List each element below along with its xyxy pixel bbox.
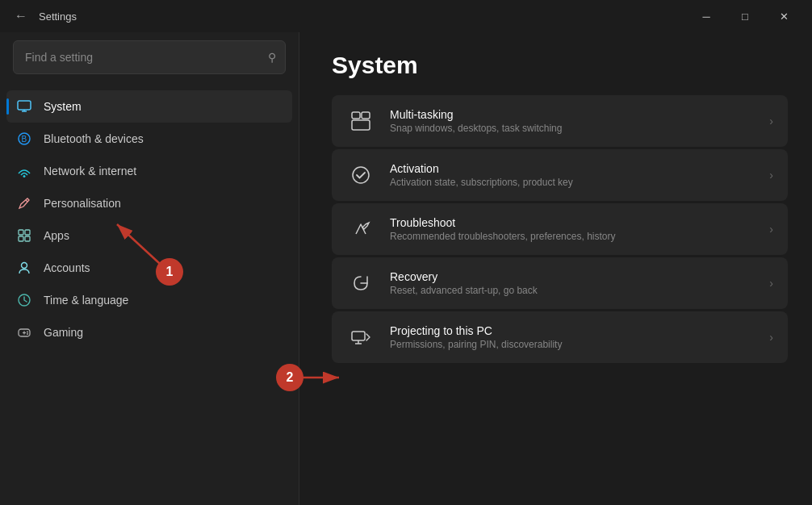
troubleshoot-text: Troubleshoot Recommended troubleshooters…	[390, 216, 755, 242]
app-title: Settings	[39, 10, 681, 23]
sidebar-item-system[interactable]: System	[6, 90, 292, 123]
settings-item-projecting[interactable]: Projecting to this PC Permissions, pairi…	[332, 311, 788, 363]
svg-rect-10	[25, 236, 30, 241]
svg-point-21	[353, 167, 369, 183]
sidebar-item-label-time: Time & language	[44, 294, 283, 307]
svg-rect-7	[19, 230, 23, 235]
projecting-title: Projecting to this PC	[390, 324, 755, 337]
back-button[interactable]: ←	[10, 5, 32, 27]
settings-item-multitasking[interactable]: Multi-tasking Snap windows, desktops, ta…	[332, 95, 788, 147]
personalisation-icon	[16, 195, 32, 211]
multitasking-icon	[346, 106, 375, 136]
recovery-chevron: ›	[769, 277, 773, 290]
close-button[interactable]: ✕	[765, 4, 802, 28]
troubleshoot-icon	[346, 215, 375, 244]
troubleshoot-desc: Recommended troubleshooters, preferences…	[390, 231, 755, 242]
window-controls: ─ □ ✕	[688, 4, 802, 28]
projecting-text: Projecting to this PC Permissions, pairi…	[390, 324, 755, 350]
projecting-desc: Permissions, pairing PIN, discoverabilit…	[390, 339, 755, 350]
svg-text:B: B	[22, 135, 27, 144]
activation-desc: Activation state, subscriptions, product…	[390, 177, 755, 188]
multitasking-title: Multi-tasking	[390, 108, 755, 121]
search-box: ⚲	[13, 40, 286, 74]
page-title: System	[332, 32, 788, 95]
sidebar: ⚲ System B	[0, 32, 299, 505]
sidebar-item-label-network: Network & internet	[44, 165, 283, 177]
activation-chevron: ›	[769, 169, 773, 182]
svg-point-17	[27, 333, 28, 335]
settings-item-recovery[interactable]: Recovery Reset, advanced start-up, go ba…	[332, 257, 788, 309]
recovery-icon	[346, 269, 375, 298]
recovery-title: Recovery	[390, 270, 755, 283]
sidebar-item-gaming[interactable]: Gaming	[6, 316, 292, 348]
nav-list: System B Bluetooth & devices	[0, 87, 299, 505]
svg-rect-20	[352, 120, 370, 130]
sidebar-item-accounts[interactable]: Accounts	[6, 252, 292, 284]
sidebar-item-time[interactable]: Time & language	[6, 284, 292, 316]
sidebar-item-label-personalisation: Personalisation	[44, 197, 283, 210]
projecting-icon	[346, 323, 375, 352]
svg-point-5	[23, 175, 26, 177]
sidebar-item-label-accounts: Accounts	[44, 261, 283, 274]
gaming-icon	[16, 324, 32, 340]
recovery-text: Recovery Reset, advanced start-up, go ba…	[390, 270, 755, 296]
sidebar-item-network[interactable]: Network & internet	[6, 155, 292, 187]
sidebar-item-label-bluetooth: Bluetooth & devices	[44, 132, 283, 145]
content-area: System Multi-tasking Snap windows, deskt…	[299, 32, 812, 505]
svg-rect-9	[19, 236, 23, 241]
troubleshoot-chevron: ›	[769, 223, 773, 236]
time-icon	[16, 292, 32, 308]
sidebar-item-personalisation[interactable]: Personalisation	[6, 187, 292, 219]
minimize-button[interactable]: ─	[688, 4, 725, 28]
sidebar-item-apps[interactable]: Apps	[6, 219, 292, 252]
activation-icon	[346, 161, 375, 190]
svg-rect-19	[362, 112, 370, 119]
multitasking-text: Multi-tasking Snap windows, desktops, ta…	[390, 108, 755, 134]
maximize-button[interactable]: □	[726, 4, 764, 28]
sidebar-item-bluetooth[interactable]: B Bluetooth & devices	[6, 123, 292, 155]
sidebar-item-label-system: System	[44, 100, 283, 113]
multitasking-chevron: ›	[769, 115, 773, 127]
svg-point-16	[27, 332, 28, 333]
network-icon	[16, 163, 32, 179]
search-input[interactable]	[13, 40, 286, 74]
main-layout: ⚲ System B	[0, 32, 812, 505]
activation-text: Activation Activation state, subscriptio…	[390, 162, 755, 188]
apps-icon	[16, 227, 32, 244]
settings-item-activation[interactable]: Activation Activation state, subscriptio…	[332, 149, 788, 201]
settings-item-troubleshoot[interactable]: Troubleshoot Recommended troubleshooters…	[332, 203, 788, 255]
activation-title: Activation	[390, 162, 755, 175]
recovery-desc: Reset, advanced start-up, go back	[390, 285, 755, 296]
svg-line-6	[26, 200, 27, 202]
sidebar-item-label-apps: Apps	[44, 229, 283, 242]
svg-rect-8	[25, 230, 30, 235]
title-bar: ← Settings ─ □ ✕	[0, 0, 812, 32]
accounts-icon	[16, 260, 32, 276]
settings-list: Multi-tasking Snap windows, desktops, ta…	[332, 95, 788, 363]
bluetooth-icon: B	[16, 131, 32, 147]
system-icon	[16, 98, 32, 115]
multitasking-desc: Snap windows, desktops, task switching	[390, 123, 755, 134]
troubleshoot-title: Troubleshoot	[390, 216, 755, 229]
svg-rect-18	[352, 112, 360, 119]
sidebar-item-label-gaming: Gaming	[44, 326, 283, 339]
svg-rect-22	[352, 332, 365, 340]
projecting-chevron: ›	[769, 331, 773, 344]
svg-rect-0	[18, 101, 31, 110]
svg-point-11	[22, 263, 27, 269]
